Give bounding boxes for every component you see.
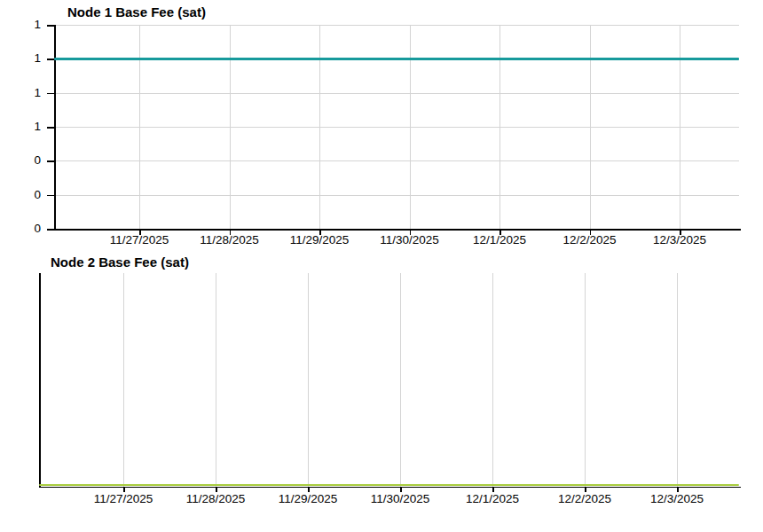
- vertical-gridline: [308, 273, 309, 487]
- vertical-gridline: [492, 273, 493, 487]
- node2-base-fee-chart: Node 2 Base Fee (sat) 11/27/202511/28/20…: [0, 0, 763, 532]
- fee-charts-canvas: Node 1 Base Fee (sat) 11/27/202511/28/20…: [0, 0, 763, 532]
- x-tick-label: 11/29/2025: [268, 493, 348, 505]
- vertical-gridline: [585, 273, 586, 487]
- vertical-gridline: [216, 273, 216, 487]
- node2-chart-title: Node 2 Base Fee (sat): [51, 254, 189, 270]
- x-tick-label: 11/30/2025: [360, 493, 440, 505]
- x-tick-label: 11/27/2025: [83, 493, 163, 505]
- x-tick-label: 11/28/2025: [176, 493, 256, 505]
- x-tick-label: 12/3/2025: [637, 493, 717, 505]
- x-tick-label: 12/2/2025: [545, 493, 625, 505]
- x-axis-line: [39, 487, 741, 489]
- x-tick-label: 12/1/2025: [452, 493, 532, 505]
- vertical-gridline: [400, 273, 401, 487]
- vertical-gridline: [677, 273, 678, 487]
- y-axis-line: [39, 273, 41, 488]
- series-line-node-2-base-fee: [39, 484, 739, 487]
- vertical-gridline: [123, 273, 124, 487]
